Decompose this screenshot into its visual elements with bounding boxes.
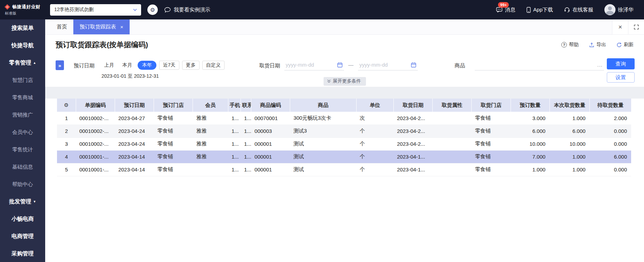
sidebar-item[interactable]: 帮助中心 <box>0 176 45 193</box>
tab[interactable]: 预订取货跟踪表 × <box>73 19 130 34</box>
sidebar-item[interactable]: 采购管理 <box>0 245 45 262</box>
cell-product-code: 000001 <box>251 163 290 176</box>
quick-range-chip[interactable]: 近7天 <box>159 61 179 70</box>
close-all-tabs-icon[interactable]: × <box>612 19 628 34</box>
phone-icon <box>527 7 531 13</box>
cell-product-code: 000001 <box>251 137 290 150</box>
cell-phone: 1... <box>228 163 241 176</box>
pickup-date-start-input[interactable] <box>286 62 327 68</box>
sidebar-item[interactable]: 搜索菜单 <box>0 19 45 37</box>
quick-range-chip[interactable]: 更多 <box>182 61 199 70</box>
column-header: 商品 <box>290 99 356 112</box>
export-label: 导出 <box>596 42 606 48</box>
sidebar-item[interactable]: 零售商城 <box>0 89 45 106</box>
brand-name: 畅捷通好业财 <box>12 4 40 10</box>
demo-link[interactable]: 我要看实例演示 <box>164 7 210 13</box>
close-tab-icon[interactable]: × <box>120 24 123 30</box>
cell-qty-pending: 2.000 <box>590 112 631 125</box>
sidebar-item[interactable]: 基础信息 <box>0 158 45 176</box>
user-menu[interactable]: 徐泽华 <box>604 4 634 15</box>
refresh-icon <box>617 42 622 48</box>
ellipsis-picker-icon[interactable]: ... <box>597 62 603 68</box>
quick-range-chip[interactable]: 上月 <box>101 61 117 69</box>
table-row[interactable]: 2 00010002-... 2023-04-24 零食铺 雅雅 1... 1.… <box>57 125 631 137</box>
online-service-button[interactable]: 在线客服 <box>564 7 593 13</box>
expand-more-button[interactable]: 展开更多条件 <box>324 77 366 86</box>
sidebar-item[interactable]: 小畅电商 <box>0 210 45 228</box>
search-button[interactable]: 查询 <box>607 58 635 69</box>
sidebar-item[interactable]: 智慧门店 <box>0 71 45 89</box>
cell-order-store: 零食铺 <box>154 137 193 150</box>
pickup-date-start-field <box>284 59 344 70</box>
sidebar-item[interactable]: 零售管理 ▲ <box>0 54 45 71</box>
sidebar-item[interactable]: 批发管理 ▼ <box>0 193 45 210</box>
column-header: 手机号 <box>228 99 241 112</box>
sidebar-item[interactable]: 快捷导航 <box>0 37 45 54</box>
calendar-icon[interactable] <box>411 62 416 68</box>
sidebar-item-label: 智慧门店 <box>12 77 33 84</box>
column-header: 取货日期 <box>393 99 432 112</box>
quick-range-chip[interactable]: 本年 <box>138 61 156 70</box>
quick-range-chip[interactable]: 自定义 <box>202 61 225 70</box>
topbar-right: 99+ 消息 App下载 在线客服 <box>496 4 634 15</box>
cell-qty-picked: 6.000 <box>549 125 589 137</box>
sidebar: 搜索菜单 快捷导航 零售管理 ▲ 智慧门店 <box>0 19 45 262</box>
table-row[interactable]: 4 00010001-... 2023-04-14 零食铺 雅雅 1... 1.… <box>57 150 631 163</box>
column-settings-icon[interactable]: ⚙ <box>57 99 76 112</box>
table-row[interactable]: 3 00010002-... 2023-04-24 零食铺 雅雅 1... 1.… <box>57 137 631 150</box>
app-window: 畅捷通好业财 标准版 12李艳芬测试勿删 ⚙ 我要看实例演示 99+ 消息 <box>0 0 644 262</box>
settings-button[interactable]: 设置 <box>607 72 635 83</box>
cell-qty-pending: 0.000 <box>590 163 631 176</box>
brand-edition: 标准版 <box>4 11 45 16</box>
cell-phone: 1... <box>228 125 241 137</box>
username: 徐泽华 <box>618 7 634 13</box>
cell-qty-pending: 0.000 <box>590 125 631 137</box>
filter-bar: » 预订日期 上月 本月 本年 近7天 更多 自定义 <box>45 55 644 87</box>
account-selector[interactable]: 12李艳芬测试勿删 <box>50 4 141 16</box>
cell-qty-pending: 6.000 <box>590 150 631 163</box>
cell-qty-picked: 1.000 <box>549 163 589 176</box>
filter-collapse-icon[interactable]: » <box>56 60 64 70</box>
cell-phone: 1... <box>228 112 241 125</box>
cell-pickup-date: 2023-04-1... <box>393 163 432 176</box>
cell-pickup-store: 零食铺 <box>472 112 511 125</box>
tab-label: 首页 <box>57 24 67 30</box>
cell-product-code: 000003 <box>251 125 290 137</box>
gear-icon[interactable]: ⚙ <box>147 5 158 15</box>
headset-icon <box>564 7 570 12</box>
cell-pickup-attr <box>433 112 472 125</box>
pickup-date-end-input[interactable] <box>359 62 401 68</box>
expand-more-label: 展开更多条件 <box>333 78 361 84</box>
cell-unit: 个 <box>356 150 393 163</box>
refresh-button[interactable]: 刷新 <box>617 42 634 48</box>
app-download-button[interactable]: App下载 <box>527 7 553 13</box>
table-row[interactable]: 5 00010001-... 2023-04-14 零食铺 1... 1... … <box>57 163 631 176</box>
speech-bubble-icon <box>164 7 171 13</box>
quick-range-chip[interactable]: 本月 <box>120 61 135 69</box>
sidebar-item[interactable]: 零售统计 <box>0 141 45 158</box>
help-button[interactable]: ? 帮助 <box>561 42 579 48</box>
cell-order-store: 零食铺 <box>154 125 193 137</box>
sidebar-item[interactable]: 电商管理 <box>0 228 45 245</box>
column-header: 联系人电 <box>241 99 251 112</box>
cell-pickup-attr <box>433 125 472 137</box>
messages-button[interactable]: 99+ 消息 <box>496 7 515 13</box>
export-button[interactable]: 导出 <box>589 42 606 48</box>
cell-member <box>193 163 228 176</box>
table-header-row: ⚙ 单据编码 预订日期 预订门店 会员 手机号 <box>57 99 631 112</box>
online-service-label: 在线客服 <box>572 7 593 13</box>
sidebar-item[interactable]: 会员中心 <box>0 124 45 141</box>
column-header: 预订日期 <box>115 99 154 112</box>
product-input[interactable] <box>476 62 597 68</box>
cell-doc-no: 00010002-... <box>76 125 115 137</box>
sidebar-item[interactable]: 营销推广 <box>0 106 45 124</box>
cell-unit: 个 <box>356 137 393 150</box>
message-badge: 99+ <box>498 2 509 8</box>
avatar <box>604 4 616 15</box>
tab[interactable]: 首页 <box>50 19 73 34</box>
cell-pickup-store: 零食铺 <box>472 125 511 137</box>
column-header: 单位 <box>356 99 393 112</box>
fullscreen-icon[interactable] <box>628 19 644 34</box>
calendar-icon[interactable] <box>337 62 343 68</box>
table-row[interactable]: 1 00010002-... 2023-04-27 零食铺 雅雅 1... 1.… <box>57 112 631 125</box>
